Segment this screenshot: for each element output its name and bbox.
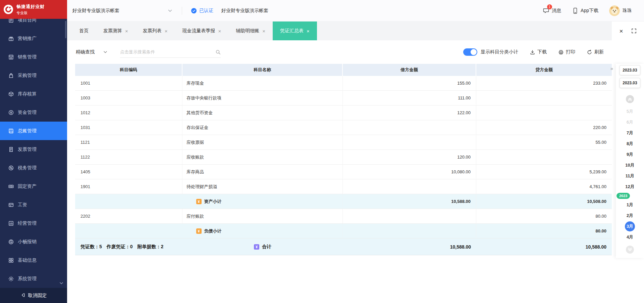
search-input[interactable] xyxy=(120,49,215,54)
month-item[interactable]: 3月 xyxy=(616,221,644,232)
tab-close-icon[interactable]: × xyxy=(307,28,310,34)
tab-1[interactable]: 发票测算× xyxy=(96,21,136,40)
user-menu[interactable]: 珠珠 xyxy=(609,5,632,16)
total-icon: ¥ xyxy=(254,244,259,250)
period-secondary[interactable]: 2023.03 xyxy=(620,78,640,88)
tab-4[interactable]: 辅助明细账× xyxy=(228,21,273,40)
month-item[interactable]: 2月 xyxy=(616,210,644,221)
month-list: 5月6月7月8月9月10月11月12月20231月2月3月4月 xyxy=(616,106,644,243)
tab-close-icon[interactable]: × xyxy=(125,28,128,34)
tab-3[interactable]: 现金流量表季报× xyxy=(175,21,229,40)
sidebar-scrollbar[interactable] xyxy=(65,21,66,38)
download-icon xyxy=(530,49,535,55)
sidebar-item-10[interactable]: 工资 xyxy=(0,196,67,214)
tab-0[interactable]: 首页 xyxy=(72,21,96,40)
sidebar-item-2[interactable]: 销售管理 xyxy=(0,48,67,66)
sidebar-item-9[interactable]: 固定资产 xyxy=(0,177,67,196)
account-name-cell: 存放中央银行款项 xyxy=(182,91,343,105)
toolbar: 精确查找 显示科目分类小计 下载 xyxy=(67,40,644,64)
debit-amount-cell: 111.00 xyxy=(343,91,476,105)
sidebar-item-11[interactable]: 经营管理 xyxy=(0,214,67,232)
funds-icon xyxy=(8,110,14,116)
column-header-debit[interactable]: 借方金额 xyxy=(343,64,476,76)
certified-badge[interactable]: 已认证 xyxy=(191,8,213,14)
credit-amount-cell: 80.00 xyxy=(476,209,612,223)
tab-2[interactable]: 发票列表× xyxy=(136,21,175,40)
month-item[interactable]: 11月 xyxy=(616,171,644,181)
sidebar-item-5[interactable]: 资金管理 xyxy=(0,103,67,122)
month-label: 8月 xyxy=(627,141,633,146)
sidebar-item-8[interactable]: 税务管理 xyxy=(0,159,67,177)
subtotal-label-cell: ¥负债小计 xyxy=(75,224,343,238)
column-header-name[interactable]: 科目名称 xyxy=(182,64,343,76)
app-subtitle: 专业版 xyxy=(16,10,45,15)
month-item[interactable]: 9月 xyxy=(616,149,644,160)
voucher-summary-table: 科目编码 科目名称 借方金额 贷方金额 1001库存现金155.00233.00… xyxy=(75,64,612,255)
sidebar-item-12[interactable]: 小畅报销 xyxy=(0,232,67,251)
sidebar-item-1[interactable]: 营销推广 xyxy=(0,29,67,48)
footer-credit-total: 10,588.00 xyxy=(476,239,612,255)
tab-label: 辅助明细账 xyxy=(236,28,259,34)
sidebar-item-label: 总账管理 xyxy=(18,128,37,134)
column-header-code[interactable]: 科目编码 xyxy=(75,64,182,76)
search-icon[interactable] xyxy=(215,49,221,55)
scroll-down-icon[interactable] xyxy=(626,245,634,254)
month-item[interactable]: 12月 xyxy=(616,181,644,192)
sidebar-item-label: 发票管理 xyxy=(18,146,37,153)
account-name-cell: 应付账款 xyxy=(182,209,343,223)
messages-button[interactable]: 1 消息 xyxy=(543,7,561,14)
sidebar-item-13[interactable]: 基础信息 xyxy=(0,251,67,269)
download-label: 下载 xyxy=(537,49,547,55)
account-set-select[interactable]: 好业财专业版演示帐套 xyxy=(72,8,173,14)
subtotal-debit xyxy=(343,224,476,238)
account-name-cell: 待处理财产损溢 xyxy=(182,179,343,194)
download-button[interactable]: 下载 xyxy=(530,49,547,55)
collapse-period-panel-icon[interactable]: » xyxy=(610,66,613,71)
sidebar-item-3[interactable]: 采购管理 xyxy=(0,66,67,85)
phone-icon xyxy=(572,7,579,14)
month-item[interactable]: 1月 xyxy=(616,200,644,210)
content: 精确查找 显示科目分类小计 下载 xyxy=(67,40,644,303)
tab-close-icon[interactable]: × xyxy=(262,28,265,34)
subtotal-label-cell: ¥资产小计 xyxy=(75,194,343,209)
month-label: 4月 xyxy=(627,234,633,240)
tab-close-icon[interactable]: × xyxy=(218,28,221,34)
month-item[interactable]: 5月 xyxy=(616,106,644,117)
total-label: 合计 xyxy=(262,244,271,250)
sidebar-item-label: 小畅报销 xyxy=(18,239,37,245)
month-item[interactable]: 8月 xyxy=(616,138,644,149)
period-panel: 2023.03 2023.03 5月6月7月8月9月10月11月12月20231… xyxy=(616,64,644,258)
fullscreen-icon[interactable] xyxy=(631,28,637,34)
tab-label: 发票列表 xyxy=(143,28,162,34)
refresh-button[interactable]: 刷新 xyxy=(587,49,604,55)
close-icon[interactable]: × xyxy=(619,28,623,34)
month-item[interactable]: 10月 xyxy=(616,160,644,171)
app-download-button[interactable]: App下载 xyxy=(572,7,598,14)
base-info-icon xyxy=(8,257,14,263)
month-item[interactable]: 6月 xyxy=(616,117,644,128)
tab-5[interactable]: 凭证汇总表× xyxy=(273,21,317,40)
subtotal-toggle[interactable] xyxy=(463,48,477,56)
scroll-up-icon[interactable] xyxy=(626,95,634,103)
month-item[interactable]: 4月 xyxy=(616,232,644,243)
main-area: 好业财专业版演示帐套 已认证 好业财专业版演示帐套 1 消息 xyxy=(67,0,644,303)
unpin-sidebar-button[interactable]: 取消固定 xyxy=(0,288,67,303)
period-current[interactable]: 2023.03 xyxy=(620,65,640,75)
footer-stats: 凭证数：5 作废凭证：0 附单据数：2 xyxy=(75,239,182,255)
print-button[interactable]: 打印 xyxy=(558,49,575,55)
table-row: 1405库存商品10,080.005,239.00 xyxy=(75,165,612,179)
tab-close-icon[interactable]: × xyxy=(165,28,168,34)
sidebar-scroll-down-icon[interactable] xyxy=(59,281,64,286)
account-code-cell: 1122 xyxy=(75,150,182,164)
subtotal-label: 负债小计 xyxy=(204,228,222,234)
sidebar-item-label: 采购管理 xyxy=(18,73,37,79)
month-item[interactable]: 7月 xyxy=(616,128,644,138)
sidebar-item-6[interactable]: 总账管理 xyxy=(0,122,67,140)
column-header-credit[interactable]: 贷方金额 xyxy=(476,64,612,76)
sidebar-item-4[interactable]: 库存核算 xyxy=(0,85,67,103)
sidebar-item-14[interactable]: 系统管理 xyxy=(0,269,67,288)
sidebar-item-label: 系统管理 xyxy=(18,276,37,282)
search-mode-select[interactable]: 精确查找 xyxy=(76,49,108,55)
sidebar-item-7[interactable]: 发票管理 xyxy=(0,140,67,159)
tab-bar: 首页发票测算×发票列表×现金流量表季报×辅助明细账×凭证汇总表× × xyxy=(67,21,644,40)
